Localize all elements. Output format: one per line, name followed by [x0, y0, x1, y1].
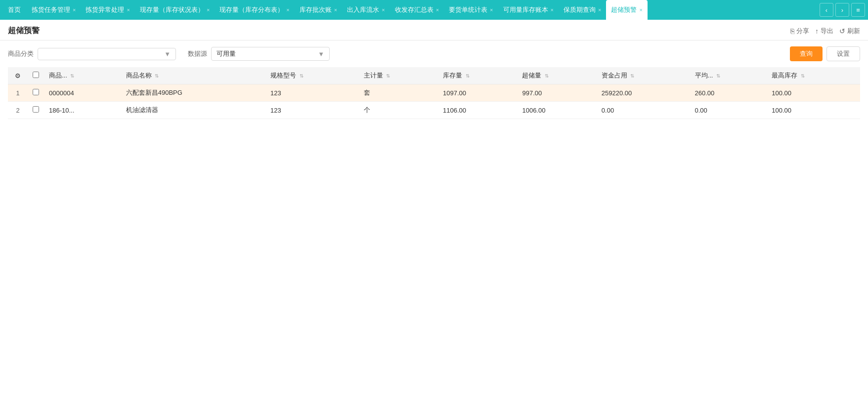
filter-bar: 商品分类 ▼ 数据源 可用量 ▼ 查询 设置 — [0, 40, 868, 67]
row-avg-1: 260.00 — [690, 84, 767, 102]
row-overstock-1: 997.00 — [517, 84, 596, 102]
row-select-2[interactable] — [33, 106, 39, 113]
category-select[interactable]: ▼ — [38, 48, 176, 60]
row-index-2: 2 — [8, 102, 28, 119]
query-button[interactable]: 查询 — [790, 46, 823, 61]
settings-button[interactable]: 设置 — [826, 46, 860, 61]
tab-6[interactable]: 出入库流水 × — [342, 0, 390, 20]
tab-11[interactable]: 超储预警 × — [606, 0, 647, 20]
datasource-select-value: 可用量 — [217, 49, 236, 58]
tab-4[interactable]: 现存量（库存分布表） × — [215, 0, 294, 20]
table-body: 1 0000004 六配套新昌490BPG 123 套 1097.00 997.… — [8, 84, 860, 119]
sort-icon-capital: ⇅ — [630, 73, 634, 79]
sort-icon-overstock: ⇅ — [545, 73, 549, 79]
refresh-button[interactable]: ↺ 刷新 — [839, 27, 860, 36]
row-product-name-2: 机油滤清器 — [121, 102, 265, 119]
row-overstock-2: 1006.00 — [517, 102, 596, 119]
tab-7[interactable]: 收发存汇总表 × — [390, 0, 444, 20]
nav-next-button[interactable]: › — [835, 3, 849, 17]
row-capital-2: 0.00 — [597, 102, 690, 119]
row-product-code-2: 186-10... — [44, 102, 121, 119]
row-select-1[interactable] — [33, 89, 39, 95]
sort-icon-product-code: ⇅ — [70, 73, 74, 79]
close-tab-10-icon[interactable]: × — [598, 7, 601, 13]
row-stock-2: 1106.00 — [438, 102, 517, 119]
row-spec-2: 123 — [265, 102, 359, 119]
tab-1[interactable]: 拣货任务管理 × — [27, 0, 81, 20]
data-table: ⚙ 商品... ⇅ 商品名称 ⇅ 规格型号 ⇅ 主计量 — [8, 67, 860, 119]
tab-10[interactable]: 保质期查询 × — [559, 0, 606, 20]
col-avg-header[interactable]: 平均... ⇅ — [690, 67, 767, 84]
col-product-code-header[interactable]: 商品... ⇅ — [44, 67, 121, 84]
row-capital-1: 259220.00 — [597, 84, 690, 102]
table-row: 2 186-10... 机油滤清器 123 个 1106.00 1006.00 … — [8, 102, 860, 119]
table-container: ⚙ 商品... ⇅ 商品名称 ⇅ 规格型号 ⇅ 主计量 — [0, 67, 868, 119]
col-spec-header[interactable]: 规格型号 ⇅ — [265, 67, 359, 84]
table-row: 1 0000004 六配套新昌490BPG 123 套 1097.00 997.… — [8, 84, 860, 102]
row-product-code-1: 0000004 — [44, 84, 121, 102]
header-actions: ⎘ 分享 ↑ 导出 ↺ 刷新 — [790, 27, 860, 36]
col-overstock-header[interactable]: 超储量 ⇅ — [517, 67, 596, 84]
close-tab-8-icon[interactable]: × — [490, 7, 493, 13]
close-tab-7-icon[interactable]: × — [436, 7, 439, 13]
row-max-stock-2: 100.00 — [767, 102, 860, 119]
close-tab-3-icon[interactable]: × — [207, 7, 210, 13]
tab-5[interactable]: 库存批次账 × — [295, 0, 342, 20]
col-select-all[interactable] — [28, 67, 44, 84]
tab-8[interactable]: 要货单统计表 × — [444, 0, 498, 20]
col-max-header[interactable]: 最高库存 ⇅ — [767, 67, 860, 84]
row-product-name-1: 六配套新昌490BPG — [121, 84, 265, 102]
row-unit-1: 套 — [359, 84, 438, 102]
export-icon: ↑ — [815, 27, 819, 35]
category-filter: 商品分类 ▼ — [8, 48, 176, 60]
filter-buttons: 查询 设置 — [790, 46, 860, 61]
sort-icon-avg: ⇅ — [716, 73, 720, 79]
row-checkbox-1[interactable] — [28, 84, 44, 102]
tab-2[interactable]: 拣货异常处理 × — [81, 0, 134, 20]
nav-more-button[interactable]: ≡ — [851, 3, 865, 17]
row-spec-1: 123 — [265, 84, 359, 102]
refresh-icon: ↺ — [839, 27, 845, 35]
col-unit-header[interactable]: 主计量 ⇅ — [359, 67, 438, 84]
settings-gear-icon: ⚙ — [15, 72, 21, 79]
row-index-1: 1 — [8, 84, 28, 102]
top-navigation: 首页 拣货任务管理 × 拣货异常处理 × 现存量（库存状况表） × 现存量（库存… — [0, 0, 868, 20]
sort-icon-spec: ⇅ — [300, 73, 304, 79]
category-dropdown-icon: ▼ — [164, 50, 171, 58]
col-product-name-header[interactable]: 商品名称 ⇅ — [121, 67, 265, 84]
datasource-label: 数据源 — [188, 49, 207, 58]
select-all-checkbox[interactable] — [33, 72, 39, 78]
sort-icon-max: ⇅ — [801, 73, 805, 79]
nav-home[interactable]: 首页 — [2, 5, 27, 14]
close-tab-6-icon[interactable]: × — [382, 7, 385, 13]
table-header-row: ⚙ 商品... ⇅ 商品名称 ⇅ 规格型号 ⇅ 主计量 — [8, 67, 860, 84]
tab-3[interactable]: 现存量（库存状况表） × — [135, 0, 215, 20]
close-tab-9-icon[interactable]: × — [551, 7, 554, 13]
close-tab-11-icon[interactable]: × — [639, 7, 642, 13]
close-tab-4-icon[interactable]: × — [286, 7, 289, 13]
datasource-select[interactable]: 可用量 ▼ — [211, 47, 330, 61]
category-label: 商品分类 — [8, 49, 34, 58]
share-button[interactable]: ⎘ 分享 — [790, 27, 809, 36]
page-title: 超储预警 — [8, 26, 40, 36]
row-max-stock-1: 100.00 — [767, 84, 860, 102]
nav-prev-button[interactable]: ‹ — [820, 3, 833, 17]
col-settings[interactable]: ⚙ — [8, 67, 28, 84]
close-tab-1-icon[interactable]: × — [73, 7, 76, 13]
close-tab-5-icon[interactable]: × — [334, 7, 337, 13]
tab-9[interactable]: 可用量库存账本 × — [498, 0, 559, 20]
share-icon: ⎘ — [790, 27, 794, 35]
close-tab-2-icon[interactable]: × — [127, 7, 130, 13]
export-button[interactable]: ↑ 导出 — [815, 27, 833, 36]
datasource-dropdown-icon: ▼ — [318, 50, 324, 58]
datasource-filter: 数据源 可用量 ▼ — [188, 47, 330, 61]
col-capital-header[interactable]: 资金占用 ⇅ — [597, 67, 690, 84]
row-unit-2: 个 — [359, 102, 438, 119]
page-header: 超储预警 ⎘ 分享 ↑ 导出 ↺ 刷新 — [0, 20, 868, 40]
row-checkbox-2[interactable] — [28, 102, 44, 119]
col-stock-header[interactable]: 库存量 ⇅ — [438, 67, 517, 84]
sort-icon-product-name: ⇅ — [155, 73, 159, 79]
row-avg-2: 0.00 — [690, 102, 767, 119]
nav-arrows: ‹ › ≡ — [819, 3, 866, 17]
row-stock-1: 1097.00 — [438, 84, 517, 102]
